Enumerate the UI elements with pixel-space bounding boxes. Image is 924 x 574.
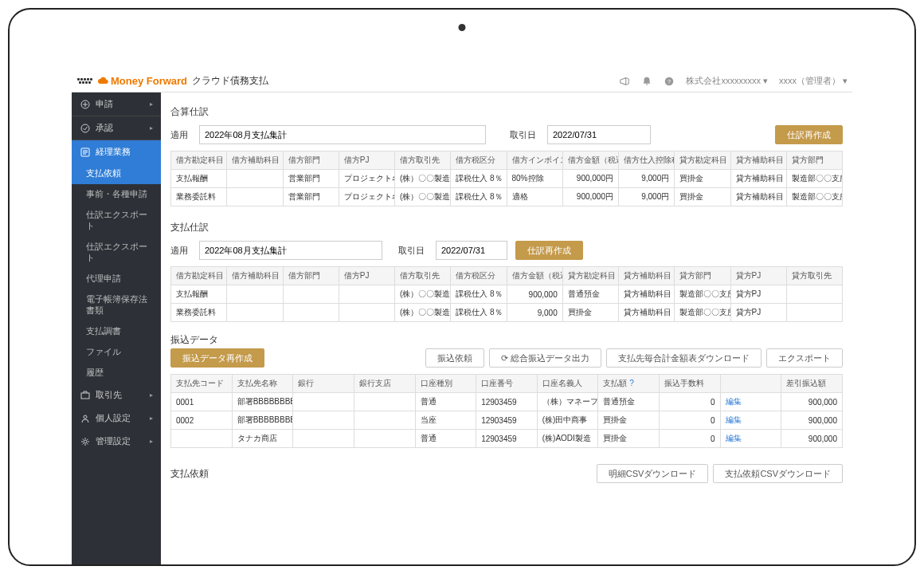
sidebar-item-keiri[interactable]: 経理業務 (72, 140, 161, 163)
chevron-right-icon: ▸ (150, 124, 153, 132)
col-header: 貸方部門 (786, 151, 842, 170)
table-cell: 900,000円 (562, 170, 618, 188)
table-cell (354, 430, 415, 448)
transfer-controls: 振込データ再作成 振込依頼⟳ 総合振込データ出力支払先毎合計金額表ダウンロードエ… (170, 348, 843, 368)
svg-point-6 (84, 415, 87, 419)
transfer-action-3[interactable]: エクスポート (766, 348, 843, 368)
sidebar-sub-1[interactable]: 事前・各種申請 (72, 184, 161, 205)
table-cell: 編集 (720, 393, 781, 411)
help-icon[interactable]: ? (629, 379, 634, 387)
table-cell: 900,000 (507, 285, 562, 304)
plus-icon (80, 99, 91, 110)
table-cell: 製造部〇〇支所 (786, 170, 842, 188)
col-header: 貸方勘定科目 (562, 267, 618, 285)
table-cell: 買掛金 (675, 170, 730, 188)
sidebar-sub-5[interactable]: 電子帳簿保存法書類 (72, 289, 161, 321)
company-name[interactable]: 株式会社xxxxxxxxx ▾ (686, 75, 768, 87)
col-header: 銀行支店 (354, 375, 415, 393)
table-cell: 買掛金 (562, 304, 618, 322)
sidebar-sub-4[interactable]: 代理申請 (72, 269, 161, 289)
gassan-apply-input[interactable] (199, 125, 486, 144)
sidebar-item-plus[interactable]: 申請▸ (72, 92, 161, 116)
shiharai-date-input[interactable] (436, 241, 507, 260)
user-name[interactable]: xxxx（管理者） ▾ (779, 75, 848, 87)
sidebar-item-biz[interactable]: 取引先▸ (72, 383, 161, 407)
col-header: 借方PJ (339, 267, 394, 285)
help-icon[interactable]: ? (664, 76, 675, 87)
table-cell: 普通 (415, 393, 476, 411)
col-header: 口座番号 (476, 375, 538, 393)
table-cell (227, 170, 283, 188)
person-icon (80, 413, 91, 424)
check-icon (80, 123, 91, 134)
table-cell: 買掛金 (598, 430, 660, 448)
col-header: 借方インボイス経過措置 (507, 151, 562, 170)
table-cell (786, 304, 842, 322)
shiharai-date-label: 取引日 (398, 245, 425, 257)
table-cell (227, 285, 283, 304)
table-cell: 買掛金 (598, 411, 660, 430)
gassan-date-input[interactable] (547, 125, 651, 144)
svg-point-7 (84, 440, 87, 443)
sidebar-sub-6[interactable]: 支払調書 (72, 321, 161, 342)
table-cell: 0 (660, 393, 721, 411)
col-header (720, 375, 781, 393)
edit-link[interactable]: 編集 (726, 434, 742, 442)
sidebar-sub-3[interactable]: 仕訳エクスポート (72, 237, 161, 269)
col-header: 借方補助科目 (227, 151, 283, 170)
chevron-right-icon: ▸ (150, 415, 153, 422)
transfer-action-0[interactable]: 振込依頼 (425, 348, 484, 368)
sidebar-sub-7[interactable]: ファイル (72, 342, 161, 363)
table-cell: 12903459 (476, 393, 538, 411)
table-row: 支払報酬(株）〇〇製造課税仕入 8％900,000普通預金貸方補助科目製造部〇〇… (171, 285, 843, 304)
footer-title: 支払依頼 (170, 467, 209, 481)
footer-action-1[interactable]: 支払依頼CSVダウンロード (713, 464, 843, 483)
bell-icon[interactable] (641, 76, 652, 87)
table-cell: 0 (660, 430, 721, 448)
gassan-recreate-button[interactable]: 仕訳再作成 (775, 125, 843, 144)
sidebar-sub-2[interactable]: 仕訳エクスポート (72, 205, 161, 237)
table-row: 0001部署BBBBBBBB普通12903459（株）マネーフォワード普通預金0… (171, 393, 843, 411)
col-header: 借方補助科目 (227, 267, 283, 285)
footer-action-0[interactable]: 明細CSVダウンロード (597, 464, 709, 483)
sidebar-item-gear[interactable]: 管理設定▸ (72, 430, 161, 453)
table-cell (283, 285, 339, 304)
gassan-title: 合算仕訳 (170, 105, 843, 119)
sidebar-label: 管理設定 (96, 435, 131, 447)
brand-text: Money Forward (111, 75, 187, 87)
gear-icon (80, 436, 91, 447)
edit-link[interactable]: 編集 (726, 397, 742, 406)
table-cell: 9,000円 (619, 188, 675, 206)
table-cell (786, 285, 842, 304)
table-cell: 業務委託料 (171, 304, 227, 322)
refresh-icon: ⟳ (501, 353, 511, 363)
sidebar-item-person[interactable]: 個人設定▸ (72, 407, 161, 430)
megaphone-icon[interactable] (619, 76, 630, 87)
table-cell: 貸方補助科目 (730, 188, 786, 206)
sidebar-sub-0[interactable]: 支払依頼 (72, 163, 161, 184)
edit-link[interactable]: 編集 (726, 415, 742, 424)
chevron-right-icon: ▸ (150, 391, 153, 399)
chevron-right-icon: ▸ (150, 438, 153, 445)
table-cell (293, 393, 354, 411)
col-header: 借方勘定科目 (171, 151, 227, 170)
table-cell (354, 393, 415, 411)
table-cell: 部署BBBBBBBB (232, 411, 293, 430)
col-header: 貸方PJ (730, 267, 786, 285)
table-cell: 貸方補助科目 (730, 170, 786, 188)
doc-icon (80, 147, 91, 158)
transfer-recreate-button[interactable]: 振込データ再作成 (170, 348, 264, 368)
col-header: 貸方補助科目 (619, 267, 675, 285)
shiharai-apply-input[interactable] (199, 241, 382, 260)
shiharai-recreate-button[interactable]: 仕訳再作成 (515, 241, 583, 260)
top-bar: Money Forward クラウド債務支払 ? 株式会社xxxxxxxxx ▾… (72, 70, 852, 92)
sidebar-sub-8[interactable]: 履歴 (72, 363, 161, 383)
transfer-action-2[interactable]: 支払先毎合計金額表ダウンロード (606, 348, 762, 368)
sidebar-label: 取引先 (96, 389, 122, 401)
sidebar-item-check[interactable]: 承認▸ (72, 116, 161, 140)
transfer-action-1[interactable]: ⟳ 総合振込データ出力 (489, 348, 601, 368)
sidebar-label: 個人設定 (96, 412, 131, 424)
table-cell: 営業部門 (283, 188, 339, 206)
table-cell: 編集 (720, 411, 781, 430)
apps-grid-icon[interactable] (76, 73, 92, 89)
